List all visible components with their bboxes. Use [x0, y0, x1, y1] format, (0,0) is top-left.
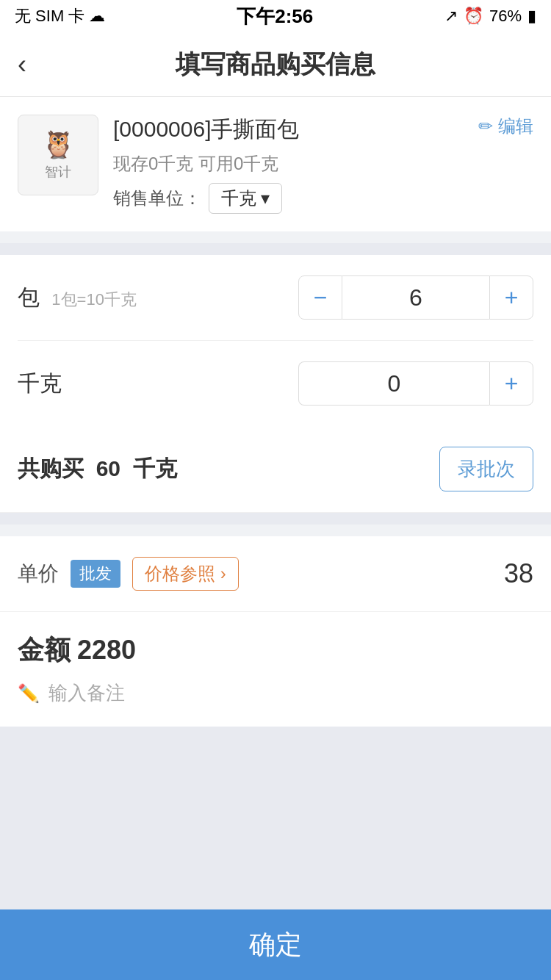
qty-minus-bao[interactable]: −: [298, 275, 342, 320]
qty-controls-bao: − +: [298, 275, 533, 320]
location-icon: ↗: [444, 7, 458, 26]
total-label: 共购买 60 千克: [18, 454, 177, 484]
product-thumbnail: 🦉 智计: [18, 115, 98, 195]
amount-section: 金额 2280 ✏️ 输入备注: [0, 612, 551, 727]
status-time: 下午2:56: [237, 4, 313, 29]
quantity-row-bao: 包 1包=10千克 − +: [18, 255, 533, 341]
qty-label-bao: 包 1包=10千克: [18, 283, 298, 313]
battery-icon: ▮: [527, 7, 536, 26]
alarm-icon: ⏰: [464, 7, 483, 26]
quantity-section: 包 1包=10千克 − + 千克 +: [0, 255, 551, 426]
edit-button[interactable]: ✏ 编辑: [478, 115, 533, 138]
unit-select[interactable]: 千克 ▾: [209, 183, 282, 214]
unit-label: 销售单位：: [113, 187, 201, 210]
status-bar: 无 SIM 卡 ☁ 下午2:56 ↗ ⏰ 76% ▮: [0, 0, 551, 32]
note-row[interactable]: ✏️ 输入备注: [18, 680, 533, 706]
price-ref-button[interactable]: 价格参照 ›: [132, 557, 239, 591]
amount-row: 金额 2280: [18, 633, 533, 669]
price-label: 单价: [18, 560, 59, 588]
batch-button[interactable]: 录批次: [439, 447, 533, 491]
price-value: 38: [504, 558, 533, 589]
qty-label-kg: 千克: [18, 369, 298, 399]
confirm-button[interactable]: 确定: [0, 909, 551, 980]
unit-value: 千克: [221, 187, 256, 210]
qty-plus-bao[interactable]: +: [489, 275, 533, 320]
product-stock: 现存0千克 可用0千克: [113, 152, 533, 176]
product-card: 🦉 智计 [0000006]手撕面包 现存0千克 可用0千克 销售单位： 千克 …: [0, 97, 551, 231]
divider-1: [0, 243, 551, 255]
qty-input-kg[interactable]: [298, 361, 489, 406]
product-unit-row: 销售单位： 千克 ▾: [113, 183, 533, 214]
nav-bar: ‹ 填写商品购买信息: [0, 32, 551, 97]
product-owl-icon: 🦉: [42, 129, 75, 160]
divider-2: [0, 513, 551, 525]
status-left: 无 SIM 卡 ☁: [15, 5, 105, 27]
total-section: 共购买 60 千克 录批次: [0, 426, 551, 513]
qty-controls-kg: +: [298, 361, 533, 406]
note-placeholder: 输入备注: [48, 680, 125, 706]
signal-text: 无 SIM 卡 ☁: [15, 5, 105, 27]
page-title: 填写商品购买信息: [176, 48, 375, 82]
price-tag: 批发: [71, 560, 120, 588]
dropdown-icon: ▾: [261, 188, 270, 209]
status-right: ↗ ⏰ 76% ▮: [444, 7, 536, 26]
thumb-label: 智计: [45, 163, 71, 181]
quantity-row-kg: 千克 +: [18, 341, 533, 426]
pencil-icon: ✏️: [18, 683, 40, 704]
qty-hint-bao: 1包=10千克: [51, 290, 137, 309]
qty-input-bao[interactable]: [342, 275, 489, 320]
qty-plus-kg[interactable]: +: [489, 361, 533, 406]
product-name: [0000006]手撕面包: [113, 115, 533, 145]
price-section: 单价 批发 价格参照 › 38: [0, 536, 551, 612]
battery-text: 76%: [489, 7, 522, 26]
product-info: [0000006]手撕面包 现存0千克 可用0千克 销售单位： 千克 ▾: [113, 115, 533, 214]
back-button[interactable]: ‹: [18, 49, 26, 80]
